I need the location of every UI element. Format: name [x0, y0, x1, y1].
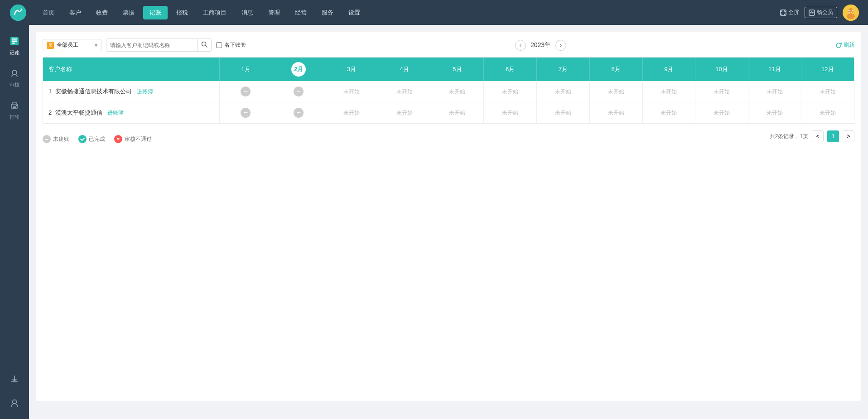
fullscreen-button[interactable]: 全屏: [780, 9, 799, 16]
row1-jun: 未开始: [484, 81, 537, 102]
fullscreen-label: 全屏: [788, 9, 799, 16]
svg-point-6: [849, 10, 850, 11]
col-header-may: 5月: [431, 58, 484, 81]
client-name-2: 漠澳太平畅捷通信: [55, 109, 102, 116]
active-month-circle: 2月: [291, 62, 306, 77]
row1-nov: 未开始: [748, 81, 801, 102]
col-header-nov: 11月: [748, 58, 801, 81]
col-header-oct: 10月: [695, 58, 748, 81]
avatar[interactable]: [843, 5, 859, 21]
nav-right: 全屏 畅会员: [780, 5, 863, 21]
refresh-label: 刷新: [844, 41, 854, 49]
logo: [5, 5, 32, 21]
table-scroll[interactable]: 客户名称 1月 2月 3月 4月: [43, 58, 854, 124]
nav-item-clients[interactable]: 客户: [63, 6, 87, 19]
col-header-sep: 9月: [642, 58, 695, 81]
nav-item-manage[interactable]: 管理: [262, 6, 286, 19]
sidebar-item-bookkeeping-label: 记账: [10, 49, 19, 56]
status-dash-icon: −: [294, 87, 304, 96]
status-dash-icon: −: [294, 108, 304, 118]
nav-item-bookkeeping[interactable]: 记账: [143, 6, 168, 19]
row2-aug: 未开始: [589, 102, 642, 124]
legend-item-not-built: − 未建账: [43, 135, 69, 143]
row1-mar: 未开始: [325, 81, 378, 102]
refresh-button[interactable]: 刷新: [835, 41, 854, 49]
pagination-area: 共2条记录，1页 < 1 >: [770, 130, 854, 142]
row1-apr: 未开始: [378, 81, 431, 102]
nav-item-service[interactable]: 服务: [315, 6, 340, 19]
col-header-jan: 1月: [219, 58, 272, 81]
col-header-name: 客户名称: [43, 58, 219, 81]
enter-ledger-link-1[interactable]: 进账簿: [137, 88, 153, 95]
sidebar-item-download[interactable]: [0, 367, 29, 391]
row2-oct: 未开始: [695, 102, 748, 124]
row2-jun: 未开始: [484, 102, 537, 124]
legend-label-not-built: 未建账: [53, 135, 69, 143]
my-account-checkbox[interactable]: [216, 42, 222, 48]
vip-label: 畅会员: [817, 9, 833, 16]
legend-dot-grey: −: [43, 135, 51, 143]
client-name-1: 安徽畅捷通信息技术有限公司: [55, 88, 132, 95]
col-header-feb: 2月: [272, 58, 325, 81]
svg-point-15: [16, 105, 17, 106]
svg-point-5: [847, 14, 855, 19]
row2-jan: −: [219, 102, 272, 124]
sidebar-item-print[interactable]: 打印: [0, 94, 29, 126]
legend-item-rejected: 审核不通过: [114, 135, 152, 143]
nav-item-invoices[interactable]: 票据: [116, 6, 141, 19]
client-name-cell-1: 1 安徽畅捷通信息技术有限公司 进账簿: [43, 81, 219, 102]
footer-legend: − 未建账 已完成: [43, 135, 152, 143]
col-header-aug: 8月: [589, 58, 642, 81]
status-dash-icon: −: [241, 87, 251, 96]
sidebar-item-audit[interactable]: 审核: [0, 62, 29, 94]
page-1-button[interactable]: 1: [827, 130, 839, 142]
search-input[interactable]: [106, 40, 197, 51]
year-display: 2023年: [530, 41, 551, 49]
my-account-label: 名下账套: [224, 41, 246, 49]
sidebar-item-print-label: 打印: [10, 114, 19, 120]
search-button[interactable]: [197, 39, 211, 51]
nav-item-tax[interactable]: 报税: [170, 6, 194, 19]
year-prev-button[interactable]: ‹: [515, 40, 526, 51]
my-account-check[interactable]: 名下账套: [216, 41, 246, 49]
nav-item-settings[interactable]: 设置: [342, 6, 366, 19]
year-next-button[interactable]: ›: [555, 40, 566, 51]
row2-jul: 未开始: [537, 102, 590, 124]
table-body: 1 安徽畅捷通信息技术有限公司 进账簿 − − 未开始 未开始: [43, 81, 854, 124]
col-header-apr: 4月: [378, 58, 431, 81]
table-container: 客户名称 1月 2月 3月 4月: [43, 57, 854, 124]
audit-icon: [8, 67, 21, 80]
toolbar: 员 全部员工 ▾ 名下账套 ‹ 2023年: [43, 39, 854, 52]
enter-ledger-link-2[interactable]: 进账簿: [107, 110, 124, 116]
nav-items: 首页 客户 收费 票据 记账 报税 工商项目 消息 管理 经营 服务 设置: [32, 6, 780, 19]
employee-icon: 员: [47, 42, 54, 49]
legend-label-completed: 已完成: [89, 135, 105, 143]
vip-button[interactable]: 畅会员: [805, 7, 837, 18]
sidebar-item-audit-label: 审核: [10, 82, 19, 88]
row2-apr: 未开始: [378, 102, 431, 124]
client-name-cell-2: 2 漠澳太平畅捷通信 进账簿: [43, 102, 219, 124]
nav-item-home[interactable]: 首页: [36, 6, 61, 19]
main-content: 员 全部员工 ▾ 名下账套 ‹ 2023年: [29, 25, 868, 419]
sidebar-item-bookkeeping[interactable]: 记账: [0, 29, 29, 62]
nav-item-operation[interactable]: 经营: [289, 6, 313, 19]
row-number-1: 1: [48, 88, 52, 95]
employee-icon-label: 员: [48, 42, 53, 48]
nav-item-fees[interactable]: 收费: [90, 6, 114, 19]
row2-mar: 未开始: [325, 102, 378, 124]
row1-feb: −: [272, 81, 325, 102]
legend-item-completed: 已完成: [78, 135, 105, 143]
nav-item-business[interactable]: 工商项目: [197, 6, 233, 19]
table-row: 2 漠澳太平畅捷通信 进账簿 − − 未开始 未开始: [43, 102, 854, 124]
nav-item-messages[interactable]: 消息: [235, 6, 260, 19]
row2-dec: 未开始: [801, 102, 854, 124]
page-next-button[interactable]: >: [843, 130, 854, 142]
employee-select[interactable]: 员 全部员工 ▾: [43, 39, 101, 51]
sidebar-item-user[interactable]: [0, 391, 29, 414]
status-dash-icon: −: [241, 108, 251, 118]
row1-jan: −: [219, 81, 272, 102]
svg-rect-1: [781, 10, 786, 15]
legend-label-rejected: 审核不通过: [125, 135, 152, 143]
logo-icon: [10, 5, 26, 21]
page-prev-button[interactable]: <: [812, 130, 824, 142]
